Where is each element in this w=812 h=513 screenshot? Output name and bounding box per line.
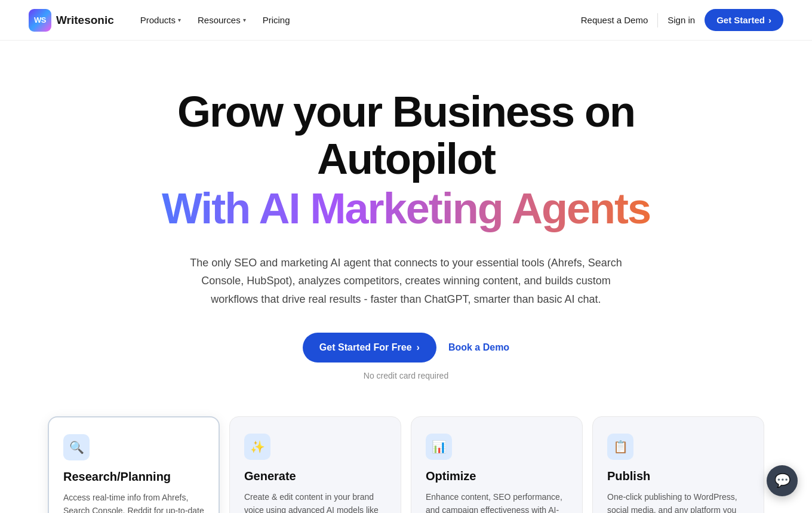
feature-card-optimize[interactable]: 📊 Optimize Enhance content, SEO performa… xyxy=(411,416,583,513)
feature-card-generate[interactable]: ✨ Generate Create & edit content in your… xyxy=(229,416,401,513)
card-icon-publish: 📋 xyxy=(607,434,633,460)
nav-right: Request a Demo Sign in Get Started › xyxy=(581,9,783,31)
brand-name: Writesonic xyxy=(56,14,114,27)
chat-widget[interactable]: 💬 xyxy=(767,465,798,496)
book-demo-link[interactable]: Book a Demo xyxy=(448,342,509,353)
logo-icon: WS xyxy=(29,9,51,32)
card-title-generate: Generate xyxy=(244,469,386,483)
card-desc-generate: Create & edit content in your brand voic… xyxy=(244,490,386,513)
nav-link-products[interactable]: Products ▾ xyxy=(133,11,188,29)
chat-icon: 💬 xyxy=(774,473,791,489)
card-icon-generate: ✨ xyxy=(244,434,270,460)
feature-cards: 🔍 Research/Planning Access real-time inf… xyxy=(24,416,788,513)
card-desc-optimize: Enhance content, SEO performance, and ca… xyxy=(426,490,568,513)
card-icon-optimize: 📊 xyxy=(426,434,452,460)
nav-link-resources[interactable]: Resources ▾ xyxy=(190,11,253,29)
nav-link-pricing[interactable]: Pricing xyxy=(256,11,297,29)
get-started-free-button[interactable]: Get Started For Free › xyxy=(303,333,436,363)
get-started-nav-button[interactable]: Get Started › xyxy=(705,9,783,31)
no-credit-card-text: No credit card required xyxy=(106,371,706,380)
chevron-down-icon: ▾ xyxy=(243,17,246,23)
nav-links: Products ▾ Resources ▾ Pricing xyxy=(133,11,297,29)
hero-title: Grow your Business on Autopilot With AI … xyxy=(106,88,706,235)
feature-card-publish[interactable]: 📋 Publish One-click publishing to WordPr… xyxy=(592,416,764,513)
hero-buttons: Get Started For Free › Book a Demo xyxy=(106,333,706,363)
card-icon-research: 🔍 xyxy=(63,434,90,460)
logo[interactable]: WS Writesonic xyxy=(29,9,114,32)
hero-subtitle: The only SEO and marketing AI agent that… xyxy=(182,254,630,309)
sign-in-link[interactable]: Sign in xyxy=(668,15,695,25)
card-title-research: Research/Planning xyxy=(63,470,204,484)
feature-card-research[interactable]: 🔍 Research/Planning Access real-time inf… xyxy=(48,416,220,513)
request-demo-link[interactable]: Request a Demo xyxy=(581,15,648,25)
card-title-optimize: Optimize xyxy=(426,469,568,483)
card-title-publish: Publish xyxy=(607,469,749,483)
navbar: WS Writesonic Products ▾ Resources ▾ Pri… xyxy=(0,0,812,41)
arrow-icon: › xyxy=(417,342,420,353)
hero-section: Grow your Business on Autopilot With AI … xyxy=(78,41,734,416)
chevron-down-icon: ▾ xyxy=(178,17,181,23)
arrow-icon: › xyxy=(768,15,771,25)
nav-divider xyxy=(657,13,658,27)
card-desc-publish: One-click publishing to WordPress, socia… xyxy=(607,490,749,513)
card-desc-research: Access real-time info from Ahrefs, Searc… xyxy=(63,491,204,513)
nav-left: WS Writesonic Products ▾ Resources ▾ Pri… xyxy=(29,9,297,32)
